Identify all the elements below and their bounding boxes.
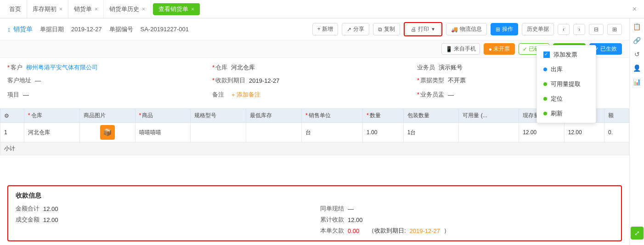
share-button[interactable]: ↗ 分享 xyxy=(342,23,369,35)
cell-sales-unit: 台 xyxy=(301,123,362,142)
address-value: — xyxy=(35,77,212,84)
next-button[interactable]: › xyxy=(573,24,585,35)
tab-view-sales[interactable]: 查看销货单 × xyxy=(153,3,200,15)
same-order-label: 同单现结 xyxy=(320,205,344,213)
transaction-value: 12.00 xyxy=(43,217,58,223)
checkbox-add-invoice xyxy=(543,51,550,58)
owed-value: 0.00 xyxy=(348,228,359,234)
not-open-button[interactable]: ● 未开票 xyxy=(484,43,515,55)
grid-view-button[interactable]: ⊟ xyxy=(589,24,604,35)
col-product-image: 商品图片 xyxy=(79,109,135,123)
cell-pack-qty: 1台 xyxy=(403,123,459,142)
form-area: 客户 柳州粤港平安气体有限公司 仓库 河北仓库 业务员 演示账号 客户地址 — xyxy=(0,58,629,108)
remark-label: 备注 xyxy=(212,91,224,99)
tab-inventory-init[interactable]: 库存期初 × xyxy=(27,0,68,18)
payment-info-panel: 收款信息 金额合计 12.00 同单现结 — 成交金额 12.00 累计收款 1… xyxy=(7,185,622,241)
sub-action-bar: 📱 来自手机 ● 未开票 ✓ 已确认 ✓ 已核销 ✓ 已生效 xyxy=(0,40,629,58)
same-order-value: — xyxy=(348,205,354,212)
address-label: 客户地址 xyxy=(7,76,31,85)
same-order-row: 同单现结 — xyxy=(320,205,614,213)
cumulative-value: 12.00 xyxy=(348,217,363,223)
total-row: 金额合计 12.00 xyxy=(16,205,309,213)
print-arrow-icon: ▼ xyxy=(431,27,435,32)
dropdown-item-outbound[interactable]: 出库 xyxy=(537,62,596,77)
doc-num-label: 单据编号 xyxy=(109,25,133,34)
due-date-value: 2019-12-27 xyxy=(410,228,441,234)
cell-product: 嘻嘻嘻嘻 xyxy=(135,123,191,142)
due-text xyxy=(363,228,365,234)
mobile-icon: 📱 xyxy=(446,46,452,52)
cell-available xyxy=(459,123,519,142)
cumulative-row: 累计收款 12.00 xyxy=(320,216,614,224)
table-header-row: ⚙ 仓库 商品图片 商品 规格型号 最低库存 销售单位 数量 包装数量 可用量 … xyxy=(0,109,629,123)
due-paren-close: ） xyxy=(444,227,450,235)
tab-inventory-init-close[interactable]: × xyxy=(59,6,62,12)
doc-date-value: 2019-12-27 xyxy=(71,26,102,33)
dropdown-item-add-invoice[interactable]: 添加发票 xyxy=(537,47,596,62)
dropdown-item-refresh[interactable]: 刷新 xyxy=(537,106,596,121)
mobile-button[interactable]: 📱 来自手机 xyxy=(441,43,480,55)
dot-refresh xyxy=(543,112,547,115)
subtotal-label: 小计 xyxy=(0,142,629,155)
tab-sales-history-close[interactable]: × xyxy=(142,6,145,12)
copy-button[interactable]: ⧉ 复制 xyxy=(373,23,400,35)
salesperson-label: 业务员盂 xyxy=(417,91,444,99)
remark-field: 备注 + 添加备注 xyxy=(212,89,417,100)
sidebar-icon-clipboard[interactable]: 📋 xyxy=(631,20,644,33)
operations-button[interactable]: ⊞ 操作 xyxy=(491,23,518,35)
logistics-button[interactable]: 🚚 物流信息 xyxy=(446,23,487,35)
history-button[interactable]: 历史单据 xyxy=(522,23,554,35)
cell-product-image: 📦 xyxy=(79,123,135,142)
list-view-button[interactable]: ⊞ xyxy=(607,24,622,35)
tab-sales-order-close[interactable]: × xyxy=(95,6,98,12)
sidebar-icon-return[interactable]: ↺ xyxy=(631,48,644,61)
sidebar-icon-link[interactable]: 🔗 xyxy=(631,34,644,47)
customer-value: 柳州粤港平安气体有限公司 xyxy=(26,63,212,72)
tab-sales-history[interactable]: 销货单历史 × xyxy=(104,0,151,18)
dropdown-item-quantity-extract[interactable]: 可用量提取 xyxy=(537,77,596,91)
project-field: 项目 — xyxy=(7,91,212,99)
employee-label: 业务员 xyxy=(417,63,435,72)
col-quantity: 数量 xyxy=(363,109,404,123)
sidebar-icon-expand[interactable]: ⤢ xyxy=(631,227,644,239)
print-button[interactable]: 🖨 打印 ▼ xyxy=(406,23,441,35)
doc-meta: 单据日期 2019-12-27 单据编号 SA-20191227-001 xyxy=(40,25,189,34)
tab-home[interactable]: 首页 xyxy=(4,0,27,18)
transaction-label: 成交金额 xyxy=(16,216,40,224)
plus-icon: + xyxy=(232,91,235,98)
form-row-2: 客户地址 — 收款到期日 2019-12-27 票据类型 不开票 xyxy=(7,76,622,85)
transaction-row: 成交金额 12.00 xyxy=(16,216,309,224)
table-row: 1 河北仓库 📦 嘻嘻嘻嘻 台 1.00 1台 12.00 12.00 xyxy=(0,123,629,142)
col-settings[interactable]: ⚙ xyxy=(0,109,24,123)
cell-quantity: 1.00 xyxy=(363,123,404,142)
truck-icon: 🚚 xyxy=(451,26,458,33)
window-close-button[interactable]: × xyxy=(629,5,640,13)
sidebar-icon-user[interactable]: 👤 xyxy=(631,62,644,74)
due-date-field: 收款到期日 2019-12-27 xyxy=(212,76,417,85)
col-pack-qty: 包装数量 xyxy=(403,109,459,123)
col-available: 可用量 (... xyxy=(459,109,519,123)
cell-min-stock xyxy=(246,123,302,142)
doc-actions: + 新增 ↗ 分享 ⧉ 复制 🖨 打印 ▼ xyxy=(312,22,622,36)
col-warehouse: 仓库 xyxy=(24,109,80,123)
right-sidebar: 📋 🔗 ↺ 👤 📊 ⤢ xyxy=(629,18,644,245)
total-label: 金额合计 xyxy=(16,205,40,213)
sidebar-icon-chart[interactable]: 📊 xyxy=(631,75,644,88)
new-button[interactable]: + 新增 xyxy=(312,23,338,35)
prev-button[interactable]: ‹ xyxy=(558,24,570,35)
dropdown-item-locate[interactable]: 定位 xyxy=(537,91,596,106)
form-row-1: 客户 柳州粤港平安气体有限公司 仓库 河北仓库 业务员 演示账号 xyxy=(7,63,622,72)
cell-no: 1 xyxy=(0,123,24,142)
doc-header: ↕ 销货单 单据日期 2019-12-27 单据编号 SA-20191227-0… xyxy=(0,18,629,40)
tab-sales-order[interactable]: 销货单 × xyxy=(68,0,104,18)
doc-date-label: 单据日期 xyxy=(40,25,64,34)
dot-locate xyxy=(543,97,547,101)
add-remark-button[interactable]: + 添加备注 xyxy=(228,89,264,100)
grid-icon: ⊞ xyxy=(496,26,500,33)
tab-view-sales-close[interactable]: × xyxy=(191,6,194,12)
due-paren-open: （收款到期日: xyxy=(368,227,406,235)
warehouse-field: 仓库 河北仓库 xyxy=(212,63,417,72)
customer-field: 客户 柳州粤港平安气体有限公司 xyxy=(7,63,212,72)
subtotal-row: 小计 xyxy=(0,142,629,155)
owed-placeholder xyxy=(16,227,309,235)
